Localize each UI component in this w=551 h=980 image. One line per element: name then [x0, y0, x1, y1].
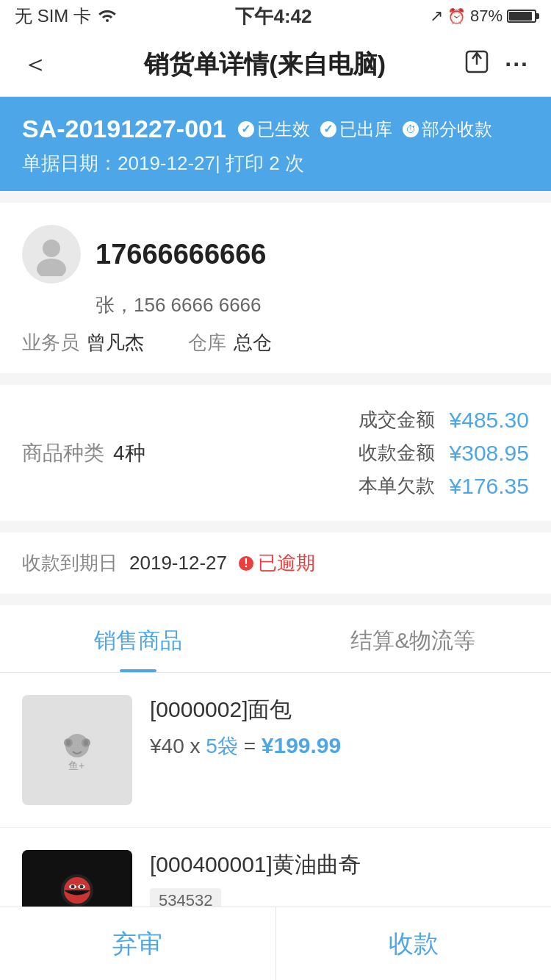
status-right: ↗ ⏰ 87%	[430, 7, 536, 26]
carrier-text: 无 SIM 卡	[15, 4, 91, 28]
location-icon: ↗	[430, 7, 443, 26]
alarm-icon: ⏰	[447, 7, 466, 25]
tabs-section: 销售商品 结算&物流等	[0, 605, 551, 673]
meta-warehouse: 仓库 总仓	[188, 330, 272, 356]
product-name-2: [000400001]黄油曲奇	[150, 850, 529, 880]
header-banner: SA-20191227-001 ✓ 已生效 ✓ 已出库 ⏱ 部分收款 单据日期：…	[0, 97, 551, 191]
customer-meta: 业务员 曾凡杰 仓库 总仓	[22, 330, 529, 356]
customer-section: 17666666666 张，156 6666 6666 业务员 曾凡杰 仓库 总…	[0, 203, 551, 373]
share-icon[interactable]	[464, 48, 490, 80]
svg-point-14	[71, 885, 75, 889]
order-id: SA-20191227-001	[22, 115, 226, 143]
wifi-icon	[97, 6, 118, 26]
stats-right: 成交金额 ¥485.30 收款金额 ¥308.95 本单欠款 ¥176.35	[283, 407, 529, 499]
stat-debt: 本单欠款 ¥176.35	[359, 473, 529, 499]
check-icon: ✓	[241, 122, 251, 136]
clock-icon: ⏱	[406, 123, 416, 135]
back-button[interactable]: ＜	[22, 46, 66, 82]
customer-sub: 张，156 6666 6666	[22, 292, 529, 318]
more-icon[interactable]: ···	[505, 51, 529, 78]
cancel-audit-button[interactable]: 弃审	[0, 907, 276, 980]
header-date: 单据日期：2019-12-27| 打印 2 次	[22, 151, 529, 176]
customer-row: 17666666666	[22, 225, 529, 284]
nav-title: 销货单详情(来自电脑)	[66, 48, 464, 82]
bottom-bar: 弃审 收款	[0, 907, 551, 980]
product-name-1: [0000002]面包	[150, 695, 529, 725]
product-qty-1: 5袋	[206, 735, 238, 757]
svg-point-1	[43, 239, 60, 257]
nav-bar: ＜ 销货单详情(来自电脑) ···	[0, 32, 551, 97]
badge-shipped: ✓ 已出库	[320, 118, 392, 141]
product-item-1: 鱼+ [0000002]面包 ¥40 x 5袋 = ¥199.99	[0, 673, 551, 828]
svg-point-15	[80, 885, 84, 889]
status-bar: 无 SIM 卡 下午4:42 ↗ ⏰ 87%	[0, 0, 551, 32]
tab-sales-products[interactable]: 销售商品	[0, 605, 276, 672]
svg-text:鱼+: 鱼+	[68, 760, 84, 771]
badges: ✓ 已生效 ✓ 已出库 ⏱ 部分收款	[238, 118, 492, 141]
due-section: 收款到期日 2019-12-27 ! 已逾期	[0, 533, 551, 594]
svg-point-7	[84, 740, 88, 746]
avatar	[22, 225, 81, 284]
product-price-1: ¥40 x 5袋 = ¥199.99	[150, 732, 529, 760]
nav-actions: ···	[464, 48, 529, 80]
tabs-row: 销售商品 结算&物流等	[0, 605, 551, 673]
battery-percent: 87%	[470, 7, 503, 26]
stat-deal: 成交金额 ¥485.30	[359, 407, 529, 433]
svg-point-2	[37, 259, 66, 276]
product-thumb-1: 鱼+	[22, 695, 132, 805]
collect-payment-button[interactable]: 收款	[276, 907, 552, 980]
tab-settlement[interactable]: 结算&物流等	[276, 605, 551, 672]
overdue-badge: ! 已逾期	[239, 550, 315, 576]
product-info-1: [0000002]面包 ¥40 x 5袋 = ¥199.99	[150, 695, 529, 760]
badge-partial: ⏱ 部分收款	[403, 118, 492, 141]
product-total-1: ¥199.99	[262, 733, 341, 757]
overdue-dot-icon: !	[239, 556, 253, 571]
battery-icon	[507, 10, 536, 23]
check-icon-2: ✓	[323, 122, 333, 136]
meta-sales: 业务员 曾凡杰	[22, 330, 144, 356]
customer-id: 17666666666	[96, 239, 266, 270]
svg-point-6	[66, 740, 71, 746]
stats-left: 商品种类 4种	[22, 407, 268, 499]
badge-effective: ✓ 已生效	[238, 118, 310, 141]
status-carrier: 无 SIM 卡	[15, 4, 118, 28]
stat-receipt: 收款金额 ¥308.95	[359, 440, 529, 466]
stats-section: 商品种类 4种 成交金额 ¥485.30 收款金额 ¥308.95 本单欠款 ¥…	[0, 385, 551, 521]
status-time: 下午4:42	[235, 4, 311, 29]
